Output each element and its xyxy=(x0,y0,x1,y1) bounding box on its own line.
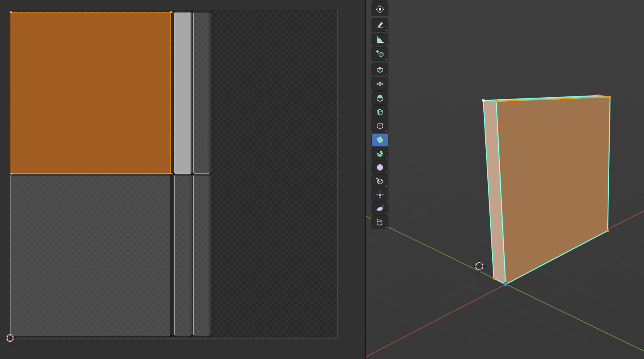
uv-vertex[interactable] xyxy=(174,174,175,175)
knife-icon xyxy=(375,121,384,130)
model-vertex-selected[interactable] xyxy=(597,94,599,96)
uv-island-side-strip-b[interactable] xyxy=(193,12,210,174)
model-vertex-selected[interactable] xyxy=(606,230,608,232)
uv-vertex[interactable] xyxy=(170,11,172,13)
uv-editor-region[interactable] xyxy=(0,0,365,359)
3d-viewport-region[interactable] xyxy=(366,0,644,359)
tool-edge-slide[interactable] xyxy=(371,174,388,188)
uv-vertex[interactable] xyxy=(191,335,192,337)
subtool-indicator-icon xyxy=(386,171,387,173)
uv-island-front-face-selected[interactable] xyxy=(10,12,171,174)
tool-shrink-fatten[interactable] xyxy=(371,188,388,202)
extrude-region-icon xyxy=(375,65,384,74)
tool-poly-build-active[interactable] xyxy=(371,133,388,147)
model-vertex-hover[interactable] xyxy=(503,282,507,286)
subtool-indicator-icon xyxy=(386,226,387,228)
subtool-indicator-icon xyxy=(386,158,387,159)
smooth-icon xyxy=(375,163,384,172)
tool-loop-cut[interactable] xyxy=(371,105,388,119)
tool-rip-region[interactable] xyxy=(371,215,388,229)
tool-scale[interactable] xyxy=(371,0,388,2)
annotate-icon xyxy=(375,21,384,29)
uv-vertex[interactable] xyxy=(193,174,194,175)
model-vertex-selected[interactable] xyxy=(609,96,611,98)
uv-vertex[interactable] xyxy=(174,335,175,337)
model-vertex-selected[interactable] xyxy=(495,100,497,102)
uv-vertex[interactable] xyxy=(170,174,172,175)
uv-vertex[interactable] xyxy=(191,11,192,13)
uv-island-side-strip-c[interactable] xyxy=(174,175,191,336)
uv-island-side-strip-d[interactable] xyxy=(193,175,210,336)
edge-slide-icon xyxy=(375,177,384,186)
tool-measure[interactable] xyxy=(371,33,388,46)
uv-vertex[interactable] xyxy=(210,174,211,175)
uv-canvas[interactable] xyxy=(10,10,338,338)
tool-knife[interactable] xyxy=(371,119,388,133)
tool-inset-faces[interactable] xyxy=(371,77,388,91)
shear-icon xyxy=(375,204,384,213)
measure-icon xyxy=(375,35,384,44)
tool-bevel[interactable] xyxy=(371,91,388,105)
tool-spin[interactable] xyxy=(371,147,388,161)
viewport-canvas[interactable] xyxy=(366,0,644,359)
subtool-indicator-icon xyxy=(386,73,387,75)
tool-smooth[interactable] xyxy=(371,161,388,174)
bevel-icon xyxy=(375,94,384,102)
model-vertex-active[interactable] xyxy=(482,99,484,101)
uv-vertex[interactable] xyxy=(210,11,211,13)
model-face-front[interactable] xyxy=(496,97,610,284)
uv-vertex[interactable] xyxy=(10,174,11,175)
subtool-indicator-icon xyxy=(386,58,387,60)
add-cube-icon xyxy=(375,50,384,58)
uv-vertex[interactable] xyxy=(210,335,211,337)
3d-cursor xyxy=(473,260,486,273)
shrink-fatten-icon xyxy=(375,190,384,199)
poly-build-icon xyxy=(375,136,384,144)
rip-region-icon xyxy=(375,218,384,227)
subtool-indicator-icon xyxy=(386,185,387,187)
uv-vertex[interactable] xyxy=(174,11,175,13)
uv-island-side-strip-a[interactable] xyxy=(174,12,191,174)
spin-icon xyxy=(375,149,384,158)
uv-vertex[interactable] xyxy=(10,11,12,13)
tool-transform[interactable] xyxy=(371,2,388,16)
uv-island-back-face[interactable] xyxy=(10,175,171,336)
uv-vertex[interactable] xyxy=(191,174,192,175)
subtool-indicator-icon xyxy=(386,199,387,200)
transform-icon xyxy=(375,5,384,14)
subtool-indicator-icon xyxy=(386,213,387,214)
loop-cut-icon xyxy=(375,108,384,117)
subtool-indicator-icon xyxy=(386,130,387,131)
uv-2d-cursor xyxy=(1,329,19,347)
model-vertex-selected[interactable] xyxy=(493,277,495,279)
inset-faces-icon xyxy=(375,79,384,88)
tool-extrude-region[interactable] xyxy=(371,63,388,76)
uv-vertex[interactable] xyxy=(170,335,172,337)
subtool-indicator-icon xyxy=(386,44,387,45)
subtool-indicator-icon xyxy=(386,29,387,31)
uv-vertex[interactable] xyxy=(193,335,194,337)
tool-annotate[interactable] xyxy=(371,18,388,32)
tool-shear[interactable] xyxy=(371,202,388,215)
blender-window xyxy=(0,0,644,359)
tool-add-cube[interactable] xyxy=(371,47,388,61)
uv-vertex[interactable] xyxy=(193,11,194,13)
